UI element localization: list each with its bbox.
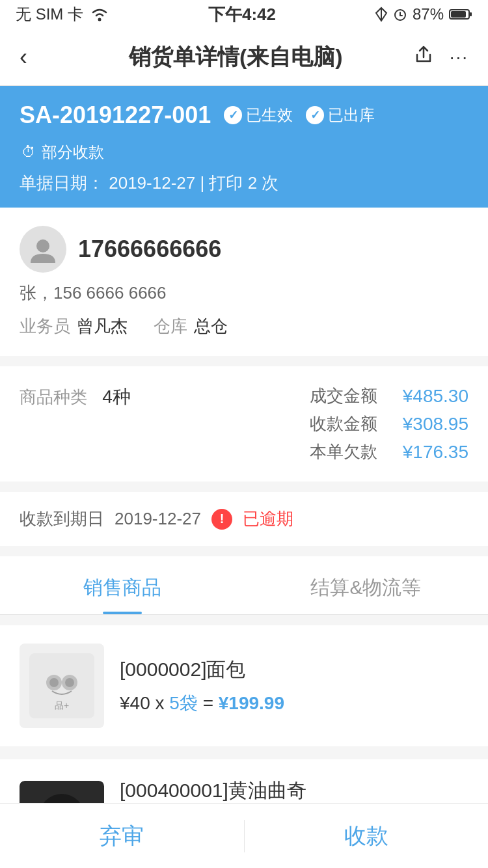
status-bar: 无 SIM 卡 下午4:42 87%: [0, 0, 488, 29]
tab-settlement-logistics[interactable]: 结算&物流等: [244, 556, 488, 614]
order-id-row: SA-20191227-001 ✓ 已生效 ✓ 已出库 ⏱ 部分收款: [20, 102, 468, 163]
overdue-text: 已逾期: [243, 508, 293, 530]
status-bar-left: 无 SIM 卡: [16, 4, 109, 25]
debt-label: 本单欠款: [310, 441, 377, 463]
product-info-1: [0000002]面包 ¥40 x 5袋 = ¥199.99: [120, 657, 468, 716]
product-qty-1: 5袋: [169, 693, 198, 713]
svg-point-0: [98, 18, 102, 21]
alarm-icon: [393, 7, 407, 21]
product-types-label: 商品种类: [20, 387, 87, 407]
share-icon[interactable]: [413, 44, 434, 70]
collect-payment-button[interactable]: 收款: [245, 808, 489, 864]
customer-name-phone: 张，156 6666 6666: [20, 282, 468, 305]
salesperson-value: 曾凡杰: [77, 315, 128, 338]
location-icon: [375, 7, 388, 22]
summary-section: 商品种类 4种 成交金额 ¥485.30 收款金额 ¥308.95 本单欠款 ¥…: [0, 366, 488, 481]
amount-label: 成交金额: [310, 385, 377, 407]
overdue-icon: !: [211, 509, 232, 530]
due-date-section: 收款到期日 2019-12-27 ! 已逾期: [0, 492, 488, 546]
bottom-bar: 弃审 收款: [0, 803, 488, 868]
user-icon: [28, 234, 58, 264]
avatar: [20, 226, 66, 273]
svg-rect-7: [451, 11, 466, 18]
tab-sales-products[interactable]: 销售商品: [0, 556, 244, 614]
debt-value: ¥176.35: [390, 442, 468, 463]
product-price-1: ¥40 x 5袋 = ¥199.99: [120, 691, 468, 716]
check-icon-1: ✓: [224, 106, 242, 124]
debt-row: 本单欠款 ¥176.35: [310, 441, 468, 463]
salesperson-label: 业务员: [20, 315, 70, 338]
status-partial-payment: ⏱ 部分收款: [20, 142, 104, 163]
page-title: 销货单详情(来自电脑): [129, 42, 343, 72]
svg-rect-6: [470, 12, 472, 16]
product-image-1: 品+: [20, 644, 104, 728]
product-name-1: [0000002]面包: [120, 657, 468, 683]
date-label: 单据日期：: [20, 173, 104, 193]
svg-point-12: [49, 678, 59, 687]
warehouse-value: 总仓: [194, 315, 228, 338]
warehouse-label: 仓库: [154, 315, 187, 338]
received-label: 收款金额: [310, 413, 377, 435]
order-header: SA-20191227-001 ✓ 已生效 ✓ 已出库 ⏱ 部分收款 单据日期：…: [0, 86, 488, 208]
battery-icon: [449, 8, 472, 21]
received-row: 收款金额 ¥308.95: [310, 413, 468, 435]
due-date-value: 2019-12-27: [115, 509, 201, 529]
customer-info-row: 业务员 曾凡杰 仓库 总仓: [20, 315, 468, 338]
amount-row: 成交金额 ¥485.30: [310, 385, 468, 407]
clock-icon: ⏱: [20, 143, 38, 161]
salesperson-info: 业务员 曾凡杰: [20, 315, 128, 338]
order-date: 2019-12-27: [109, 173, 195, 193]
product-unit-price-1: ¥40: [120, 693, 150, 713]
product-placeholder-icon-1: 品+: [29, 653, 94, 718]
product-item: 品+ [0000002]面包 ¥40 x 5袋 = ¥199.99: [0, 625, 488, 746]
back-button[interactable]: ‹: [20, 44, 59, 71]
tabs-section: 销售商品 结算&物流等: [0, 556, 488, 615]
cancel-review-button[interactable]: 弃审: [0, 808, 244, 864]
nav-bar: ‹ 销货单详情(来自电脑) ···: [0, 29, 488, 86]
svg-text:品+: 品+: [55, 700, 69, 711]
received-value: ¥308.95: [390, 414, 468, 435]
warehouse-info: 仓库 总仓: [154, 315, 228, 338]
status-shipped: ✓ 已出库: [306, 105, 375, 126]
product-types-value: 4种: [102, 387, 131, 407]
wifi-icon: [90, 7, 109, 21]
more-icon[interactable]: ···: [450, 47, 468, 68]
carrier-text: 无 SIM 卡: [16, 4, 83, 25]
order-date-row: 单据日期： 2019-12-27 | 打印 2 次: [20, 172, 468, 195]
print-info: | 打印 2 次: [200, 173, 278, 193]
order-id: SA-20191227-001: [20, 102, 211, 129]
check-icon-2: ✓: [306, 106, 324, 124]
due-date-label: 收款到期日: [20, 508, 104, 530]
svg-point-13: [65, 678, 74, 687]
product-equals-1: =: [203, 693, 219, 713]
amount-value: ¥485.30: [390, 386, 468, 407]
customer-phone: 17666666666: [78, 236, 221, 263]
product-name-2: [000400001]黄油曲奇: [120, 778, 468, 804]
battery-text: 87%: [413, 5, 444, 23]
status-bar-time: 下午4:42: [208, 3, 276, 26]
product-total-1: ¥199.99: [219, 693, 284, 713]
summary-product-types: 商品种类 4种: [20, 385, 131, 409]
customer-section: 17666666666 张，156 6666 6666 业务员 曾凡杰 仓库 总…: [0, 208, 488, 356]
product-multiply-1: x: [156, 693, 170, 713]
summary-amounts: 成交金额 ¥485.30 收款金额 ¥308.95 本单欠款 ¥176.35: [310, 385, 468, 463]
svg-point-8: [36, 239, 49, 252]
customer-row: 17666666666: [20, 226, 468, 273]
status-bar-right: 87%: [375, 5, 472, 23]
status-effective: ✓ 已生效: [224, 105, 293, 126]
nav-right-actions: ···: [413, 44, 468, 70]
